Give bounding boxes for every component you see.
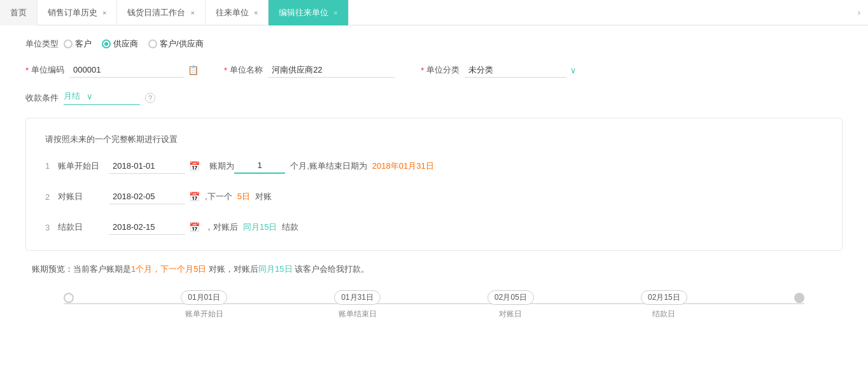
- tab-partner-close[interactable]: ×: [254, 9, 258, 17]
- setting-row-2: 2 对账日 📅 ,下一个 5日 对账: [45, 189, 823, 204]
- payment-condition-select[interactable]: 月结 ∨: [64, 90, 140, 105]
- start-date-input[interactable]: [109, 158, 185, 174]
- settings-title: 请按照未来的一个完整帐期进行设置: [45, 134, 823, 145]
- radio-both[interactable]: 客户/供应商: [148, 38, 204, 50]
- tab-sales-history-close[interactable]: ×: [102, 9, 106, 17]
- timeline-start-dot: [64, 293, 74, 303]
- radio-both-circle: [148, 39, 157, 48]
- setting-row-3: 3 结款日 📅 ，对账后 同月15日 结款: [45, 220, 823, 235]
- step-label-1: 账单开始日: [58, 160, 109, 172]
- timeline-badge-2: 01月31日: [334, 290, 381, 305]
- unit-name-label: 单位名称: [230, 64, 263, 76]
- period-input[interactable]: [234, 158, 285, 174]
- step-num-2: 2: [45, 192, 58, 202]
- tab-partner[interactable]: 往来单位 ×: [206, 0, 269, 25]
- settings-box: 请按照未来的一个完整帐期进行设置 1 账单开始日 📅 账期为 个月,账单结束日期…: [25, 118, 843, 251]
- unit-code-icon[interactable]: 📋: [188, 65, 199, 75]
- timeline-end-dot: [794, 293, 804, 303]
- preview-part1: 1个月，: [131, 264, 160, 274]
- reconcile-date-input[interactable]: [109, 189, 185, 204]
- timeline-badge-1: 01月01日: [181, 290, 227, 305]
- unit-category-group: * 单位分类 ∨: [421, 62, 577, 78]
- tab-home[interactable]: 首页: [0, 0, 38, 25]
- unit-type-label: 单位类型: [25, 38, 59, 50]
- payment-day-highlight: 同月15日: [243, 222, 277, 233]
- preview-part3: 对账，对账后: [206, 264, 258, 274]
- timeline-label-4: 结款日: [652, 309, 675, 320]
- payment-suffix: 结款: [282, 222, 298, 233]
- radio-customer-circle: [64, 39, 73, 48]
- step-label-3: 结款日: [58, 222, 109, 233]
- tab-edit-partner[interactable]: 编辑往来单位 ×: [269, 0, 348, 25]
- reconcile-date-calendar-icon[interactable]: 📅: [189, 192, 200, 202]
- preview-text: 账期预览：当前客户账期是1个月，下一个月5日 对账，对账后同月15日 该客户会给…: [25, 264, 843, 275]
- timeline-wrapper: 01月01日 账单开始日 01月31日 账单结束日 02月05日 对账日 02月…: [25, 290, 843, 320]
- help-icon[interactable]: ?: [145, 93, 155, 103]
- main-content: 单位类型 客户 供应商 客户/供应商 * 单位编码: [0, 25, 868, 387]
- payment-condition-row: 收款条件 月结 ∨ ?: [25, 90, 843, 105]
- payment-date-calendar-icon[interactable]: 📅: [189, 222, 200, 232]
- tab-cash-work-close[interactable]: ×: [190, 9, 194, 17]
- unit-code-label: 单位编码: [31, 64, 64, 76]
- timeline-label-1: 账单开始日: [185, 309, 223, 320]
- unit-info-row: * 单位编码 📋 * 单位名称 * 单位分类 ∨: [25, 62, 843, 78]
- payment-condition-group: 收款条件 月结 ∨ ?: [25, 90, 155, 105]
- end-date-highlight: 2018年01月31日: [372, 160, 434, 172]
- preview-prefix: 账期预览：当前客户账期是: [32, 264, 131, 274]
- payment-date-input[interactable]: [109, 220, 185, 235]
- timeline-point-3: 02月05日 对账日: [487, 290, 534, 320]
- unit-category-label: 单位分类: [426, 64, 459, 76]
- tab-edit-partner-close[interactable]: ×: [333, 9, 337, 17]
- start-date-calendar-icon[interactable]: 📅: [189, 161, 200, 171]
- payment-condition-value: 月结: [64, 90, 80, 102]
- timeline-point-1: 01月01日 账单开始日: [181, 290, 227, 320]
- unit-category-input[interactable]: [465, 62, 566, 78]
- reconcile-day-highlight: 5日: [237, 191, 250, 202]
- tab-expand-button[interactable]: ›: [850, 0, 868, 25]
- tab-cash-work[interactable]: 钱货日清工作台 ×: [117, 0, 205, 25]
- period-suffix: 个月,账单结束日期为: [290, 160, 367, 172]
- timeline-point-2: 01月31日 账单结束日: [334, 290, 381, 320]
- unit-type-row: 单位类型 客户 供应商 客户/供应商: [25, 38, 843, 50]
- timeline-label-3: 对账日: [499, 309, 522, 320]
- unit-name-group: * 单位名称: [224, 62, 395, 78]
- preview-part4: 同月15日: [258, 264, 292, 274]
- setting-row-1: 1 账单开始日 📅 账期为 个月,账单结束日期为 2018年01月31日: [45, 158, 823, 174]
- payment-dropdown-icon[interactable]: ∨: [87, 92, 93, 101]
- tab-sales-history[interactable]: 销售订单历史 ×: [38, 0, 117, 25]
- payment-prefix: ，对账后: [205, 222, 238, 233]
- radio-supplier-circle: [102, 39, 111, 48]
- timeline-points: 01月01日 账单开始日 01月31日 账单结束日 02月05日 对账日 02月…: [64, 290, 804, 320]
- reconcile-suffix: 对账: [255, 191, 272, 202]
- timeline-badge-4: 02月15日: [641, 290, 687, 305]
- radio-group: 客户 供应商 客户/供应商: [64, 38, 204, 50]
- radio-customer[interactable]: 客户: [64, 38, 92, 50]
- preview-part2: 下一个月5日: [160, 264, 206, 274]
- step-label-2: 对账日: [58, 191, 109, 202]
- unit-code-input[interactable]: [69, 62, 184, 78]
- step-num-1: 1: [45, 161, 58, 171]
- preview-part5: 该客户会给我打款。: [293, 264, 370, 274]
- step-num-3: 3: [45, 223, 58, 232]
- payment-condition-label: 收款条件: [25, 92, 59, 104]
- tab-bar: 首页 销售订单历史 × 钱货日清工作台 × 往来单位 × 编辑往来单位 × ›: [0, 0, 868, 25]
- timeline-point-4: 02月15日 结款日: [641, 290, 687, 320]
- period-label: 账期为: [205, 160, 234, 172]
- radio-supplier[interactable]: 供应商: [102, 38, 138, 50]
- unit-type-group: 单位类型 客户 供应商 客户/供应商: [25, 38, 204, 50]
- unit-code-group: * 单位编码 📋: [25, 62, 199, 78]
- unit-category-dropdown-icon[interactable]: ∨: [570, 66, 577, 75]
- unit-name-input[interactable]: [268, 62, 395, 78]
- timeline-label-2: 账单结束日: [339, 309, 377, 320]
- reconcile-prefix: ,下一个: [205, 191, 232, 202]
- timeline-badge-3: 02月05日: [487, 290, 534, 305]
